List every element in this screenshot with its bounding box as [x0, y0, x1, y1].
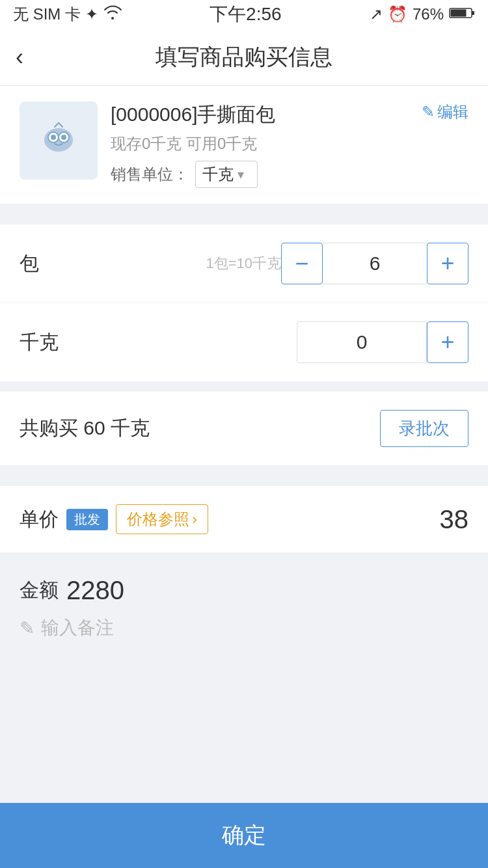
battery-text: 76%	[413, 5, 444, 23]
qianke-increment-button[interactable]: +	[427, 321, 468, 363]
separator-2	[0, 476, 488, 486]
chevron-right-icon: ›	[192, 510, 197, 528]
summary-text: 共购买 60 千克	[20, 415, 150, 442]
price-row: 单价 批发 价格参照 › 38	[20, 504, 468, 534]
price-ref-button[interactable]: 价格参照 ›	[116, 504, 208, 534]
location-icon: ↗	[370, 5, 383, 23]
bao-decrement-button[interactable]: −	[281, 243, 323, 284]
wifi-icon	[103, 5, 122, 23]
bao-increment-button[interactable]: +	[427, 243, 468, 284]
svg-rect-1	[472, 11, 474, 15]
bao-quantity-control: − +	[281, 243, 468, 284]
bao-quantity-input[interactable]	[323, 243, 427, 284]
amount-value: 2280	[66, 576, 124, 605]
note-row[interactable]: ✎ 输入备注	[20, 616, 468, 640]
dropdown-arrow-icon: ▾	[237, 167, 244, 182]
batch-tag: 批发	[66, 509, 108, 530]
bao-label-area: 包 1包=10千克	[20, 251, 281, 277]
amount-row: 金额 2280	[20, 576, 468, 605]
status-time: 下午2:56	[210, 2, 282, 27]
product-info: [0000006]手撕面包 ✎ 编辑 现存0千克 可用0千克 销售单位： 千克 …	[111, 102, 468, 188]
qianke-label-area: 千克	[20, 329, 297, 356]
price-label: 单价	[20, 506, 59, 533]
svg-point-7	[61, 135, 66, 140]
amount-label: 金额	[20, 577, 59, 604]
edit-icon: ✎	[422, 103, 435, 121]
back-button[interactable]: ‹	[16, 44, 23, 71]
bao-hint: 1包=10千克	[206, 254, 281, 273]
confirm-text: 确定	[222, 821, 266, 850]
product-name: [0000006]手撕面包	[111, 102, 275, 128]
qianke-quantity-control: +	[297, 321, 468, 363]
separator-1	[0, 214, 488, 224]
price-label-area: 单价 批发 价格参照 ›	[20, 504, 208, 534]
product-logo-icon	[39, 119, 78, 162]
summary-row: 共购买 60 千克 录批次	[0, 392, 488, 465]
nav-bar: ‹ 填写商品购买信息	[0, 29, 488, 86]
confirm-bar[interactable]: 确定	[0, 803, 488, 868]
note-placeholder: 输入备注	[41, 616, 114, 640]
edit-button[interactable]: ✎ 编辑	[422, 102, 468, 122]
sim-signal: 无 SIM 卡 ✦	[13, 4, 98, 25]
bao-row: 包 1包=10千克 − +	[0, 224, 488, 303]
unit-select[interactable]: 千克 ▾	[195, 161, 258, 188]
price-section: 单价 批发 价格参照 › 38	[0, 486, 488, 552]
qianke-label: 千克	[20, 331, 59, 353]
status-left: 无 SIM 卡 ✦	[13, 4, 122, 25]
bao-section: 包 1包=10千克 − + 千克 +	[0, 224, 488, 381]
product-image	[20, 102, 98, 180]
product-card: [0000006]手撕面包 ✎ 编辑 现存0千克 可用0千克 销售单位： 千克 …	[0, 86, 488, 204]
bao-label: 包	[20, 251, 191, 277]
battery-icon	[449, 5, 475, 23]
product-stock: 现存0千克 可用0千克	[111, 133, 468, 154]
qianke-quantity-input[interactable]	[297, 321, 427, 363]
amount-section: 金额 2280 ✎ 输入备注	[0, 558, 488, 651]
alarm-icon: ⏰	[388, 5, 407, 23]
pencil-icon: ✎	[20, 617, 34, 639]
status-bar: 无 SIM 卡 ✦ 下午2:56 ↗ ⏰ 76%	[0, 0, 488, 29]
price-value: 38	[440, 505, 469, 534]
product-unit-row: 销售单位： 千克 ▾	[111, 161, 468, 188]
svg-point-6	[51, 135, 56, 140]
summary-section: 共购买 60 千克 录批次	[0, 392, 488, 465]
qianke-row: 千克 +	[0, 303, 488, 381]
page-title: 填写商品购买信息	[156, 42, 332, 72]
status-right: ↗ ⏰ 76%	[370, 5, 475, 23]
svg-rect-2	[451, 10, 467, 17]
batch-button[interactable]: 录批次	[380, 410, 468, 447]
